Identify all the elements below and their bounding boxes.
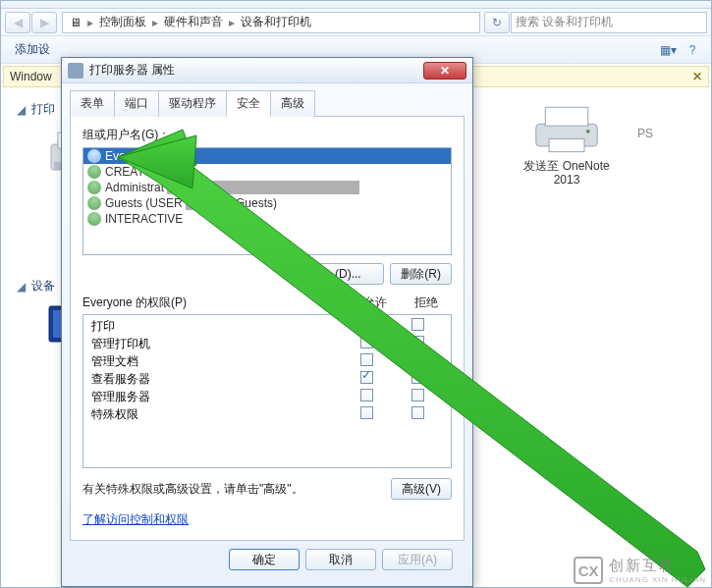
- nav-back-button[interactable]: ◀: [5, 12, 30, 33]
- breadcrumb-item[interactable]: 设备和打印机: [241, 14, 311, 30]
- watermark-text: 创新互联: [609, 557, 706, 575]
- user-name: INTERACTIVE: [105, 212, 183, 226]
- cancel-button[interactable]: 取消: [305, 549, 376, 570]
- breadcrumb[interactable]: 🖥 ▸ 控制面板 ▸ 硬件和声音 ▸ 设备和打印机: [62, 12, 480, 33]
- allow-checkbox[interactable]: [360, 353, 373, 366]
- allow-checkbox[interactable]: [360, 371, 373, 384]
- device-label: 2013: [513, 173, 621, 187]
- remove-button[interactable]: 删除(R): [390, 263, 452, 285]
- separator-icon: ▸: [87, 16, 93, 29]
- user-name: Administrat: [105, 181, 164, 194]
- user-item[interactable]: CREATOR OW: [83, 164, 451, 180]
- tab-strip: 表单 端口 驱动程序 安全 高级: [70, 89, 465, 117]
- info-bar-close[interactable]: ✕: [692, 70, 702, 83]
- breadcrumb-item[interactable]: 硬件和声音: [164, 14, 223, 30]
- users-listbox[interactable]: Everyone CREATOR OW Administrat XXXXXXXX…: [82, 147, 452, 255]
- computer-icon: 🖥: [70, 16, 82, 29]
- tab-advanced[interactable]: 高级: [270, 90, 315, 117]
- permission-name: 打印: [91, 318, 341, 335]
- watermark: CX 创新互联 CHUANG XIN HULIAN: [574, 557, 706, 584]
- advanced-button[interactable]: 高级(V): [391, 478, 452, 500]
- user-item[interactable]: INTERACTIVE: [83, 211, 451, 227]
- user-item[interactable]: Administrat XXXXXXXXXXXXXXXXXXXXXXXX: [83, 180, 451, 195]
- close-button[interactable]: ✕: [423, 62, 466, 80]
- view-dropdown[interactable]: ▦▾: [657, 40, 679, 60]
- user-name: CREATOR OW: [105, 165, 186, 179]
- user-name-suffix: ID\Guests): [221, 196, 277, 210]
- apply-button[interactable]: 应用(A): [382, 549, 453, 570]
- svg-rect-4: [545, 107, 588, 126]
- permission-name: 特殊权限: [91, 406, 341, 423]
- censored-text: XXXXXXXXXXXXXXXXXXXXXXXX: [167, 181, 359, 194]
- deny-checkbox[interactable]: [411, 371, 424, 384]
- watermark-icon: CX: [574, 557, 603, 584]
- permission-name: 查看服务器: [91, 371, 341, 388]
- user-item-everyone[interactable]: Everyone: [83, 148, 451, 164]
- allow-checkbox[interactable]: [360, 318, 373, 331]
- dialog-titlebar[interactable]: 打印服务器 属性 ✕: [62, 58, 472, 83]
- allow-checkbox[interactable]: [360, 406, 373, 419]
- refresh-button[interactable]: ↻: [484, 12, 510, 33]
- user-item[interactable]: Guests (USER XXXX ID\Guests): [83, 195, 451, 211]
- collapse-icon: ◢: [17, 280, 26, 294]
- ok-button[interactable]: 确定: [229, 549, 300, 570]
- permission-name: 管理文档: [91, 353, 341, 370]
- nav-forward-button[interactable]: ▶: [31, 12, 57, 33]
- tab-forms[interactable]: 表单: [70, 90, 115, 117]
- add-device-button[interactable]: 添加设: [9, 38, 56, 61]
- search-input[interactable]: 搜索 设备和打印机: [511, 12, 707, 33]
- separator-icon: ▸: [229, 16, 235, 29]
- tab-drivers[interactable]: 驱动程序: [158, 90, 227, 117]
- user-icon: [87, 196, 101, 210]
- deny-checkbox[interactable]: [411, 389, 424, 401]
- svg-point-6: [586, 129, 590, 133]
- device-onenote[interactable]: 发送至 OneNote 2013: [513, 101, 621, 187]
- deny-checkbox[interactable]: [411, 336, 424, 348]
- help-button[interactable]: ?: [682, 40, 703, 60]
- properties-dialog: 打印服务器 属性 ✕ 表单 端口 驱动程序 安全 高级 组或用户名(G)： Ev…: [61, 57, 473, 587]
- svg-rect-5: [549, 138, 584, 151]
- window-titlebar: [1, 1, 711, 9]
- search-placeholder: 搜索 设备和打印机: [516, 14, 613, 30]
- printer-icon: [532, 101, 601, 155]
- user-name: Everyone: [105, 149, 155, 163]
- groups-label: 组或用户名(G)：: [82, 127, 452, 143]
- allow-header: 允许: [350, 294, 401, 314]
- deny-checkbox[interactable]: [411, 353, 424, 366]
- deny-checkbox[interactable]: [411, 406, 424, 419]
- permissions-table: 打印管理打印机管理文档查看服务器管理服务器特殊权限: [82, 314, 452, 468]
- learn-link[interactable]: 了解访问控制和权限: [82, 512, 189, 526]
- allow-checkbox[interactable]: [360, 336, 373, 348]
- tab-security[interactable]: 安全: [226, 90, 271, 117]
- dialog-footer: 确定 取消 应用(A): [70, 541, 465, 578]
- collapse-icon: ◢: [17, 103, 26, 117]
- tab-ports[interactable]: 端口: [114, 90, 159, 117]
- censored-text: XXXX: [186, 196, 221, 210]
- tab-panel-security: 组或用户名(G)： Everyone CREATOR OW Administra…: [70, 117, 465, 541]
- advanced-text: 有关特殊权限或高级设置，请单击"高级"。: [82, 481, 385, 498]
- user-icon: [87, 181, 101, 194]
- nav-bar: ◀ ▶ 🖥 ▸ 控制面板 ▸ 硬件和声音 ▸ 设备和打印机 ↻ 搜索 设备和打印…: [1, 9, 711, 36]
- permission-row: 特殊权限: [91, 405, 443, 423]
- allow-checkbox[interactable]: [360, 389, 373, 401]
- dialog-title: 打印服务器 属性: [89, 62, 175, 79]
- device-label: 发送至 OneNote: [513, 159, 621, 173]
- breadcrumb-item[interactable]: 控制面板: [99, 14, 146, 30]
- permission-name: 管理服务器: [91, 389, 341, 405]
- deny-checkbox[interactable]: [411, 318, 424, 331]
- group-label: 打印: [31, 101, 55, 118]
- user-name: Guests (USER: [105, 196, 183, 210]
- user-icon: [87, 165, 101, 179]
- deny-header: 拒绝: [401, 294, 452, 314]
- info-bar-text: Window: [10, 70, 52, 83]
- watermark-sub: CHUANG XIN HULIAN: [609, 575, 706, 584]
- separator-icon: ▸: [152, 16, 158, 29]
- permission-name: 管理打印机: [91, 336, 341, 352]
- permissions-label: Everyone 的权限(P): [82, 294, 350, 311]
- dialog-icon: [68, 63, 83, 79]
- add-button[interactable]: (D)...: [311, 263, 384, 285]
- user-icon: [87, 212, 101, 226]
- user-icon: [87, 149, 101, 163]
- group-label: 设备: [31, 278, 55, 294]
